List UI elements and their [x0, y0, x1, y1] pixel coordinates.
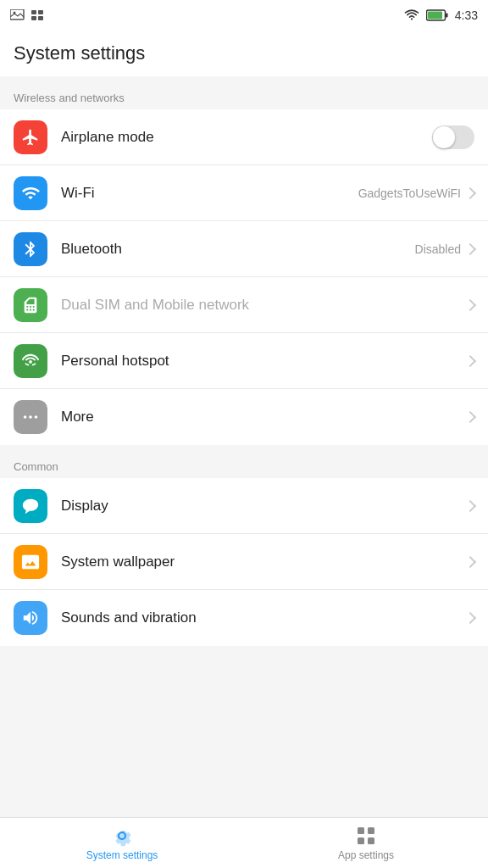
bluetooth-icon [14, 232, 47, 266]
svg-rect-2 [31, 10, 36, 14]
svg-rect-7 [428, 12, 442, 19]
settings-item-display[interactable]: Display [0, 478, 488, 534]
display-icon [14, 489, 47, 523]
svg-rect-15 [368, 837, 374, 844]
section-1: CommonDisplaySystem wallpaperSounds and … [0, 452, 488, 646]
svg-point-9 [24, 415, 27, 419]
section-0: Wireless and networksAirplane modeWi-FiG… [0, 83, 488, 445]
status-bar-left-icons [10, 9, 46, 21]
status-bar-right-icons: 4:33 [404, 8, 478, 22]
airplane-toggle[interactable] [432, 125, 474, 149]
app-settings-nav-icon [355, 825, 377, 847]
svg-rect-3 [38, 10, 43, 14]
settings-item-wallpaper[interactable]: System wallpaper [0, 534, 488, 590]
sounds-chevron [464, 612, 476, 624]
settings-group-0: Airplane modeWi-FiGadgetsToUseWiFIBlueto… [0, 109, 488, 445]
settings-group-1: DisplaySystem wallpaperSounds and vibrat… [0, 478, 488, 646]
nav-label-app: App settings [338, 849, 394, 861]
svg-point-11 [35, 415, 38, 419]
bottom-nav: System settings App settings [0, 817, 488, 868]
hotspot-chevron [464, 354, 476, 366]
page-title-bar: System settings [0, 31, 488, 76]
airplane-icon [14, 120, 47, 154]
dual-sim-icon [14, 288, 47, 322]
wifi-label: Wi-Fi [61, 185, 358, 202]
dual-sim-label: Dual SIM and Mobile network [61, 297, 466, 314]
display-chevron [464, 499, 476, 511]
settings-item-hotspot[interactable]: Personal hotspot [0, 333, 488, 389]
wallpaper-icon [14, 545, 47, 579]
svg-rect-12 [358, 827, 364, 834]
bluetooth-label: Bluetooth [61, 241, 415, 258]
settings-item-sounds[interactable]: Sounds and vibration [0, 590, 488, 646]
svg-rect-5 [38, 16, 43, 20]
more-label: More [61, 409, 466, 426]
dual-sim-chevron [464, 298, 476, 310]
airplane-label: Airplane mode [61, 129, 432, 146]
section-header-1: Common [0, 452, 488, 478]
status-bar: 4:33 [0, 0, 488, 31]
svg-rect-8 [446, 14, 448, 18]
wifi-icon [14, 176, 47, 210]
wifi-value: GadgetsToUseWiFI [358, 186, 461, 200]
svg-rect-14 [358, 837, 364, 844]
system-settings-nav-icon [111, 825, 133, 847]
wallpaper-chevron [464, 555, 476, 567]
status-time: 4:33 [455, 8, 478, 22]
airplane-toggle-knob [433, 126, 455, 148]
svg-rect-4 [31, 16, 36, 20]
battery-status-icon [426, 9, 448, 21]
settings-content: Wireless and networksAirplane modeWi-FiG… [0, 83, 488, 646]
svg-point-10 [29, 415, 32, 419]
nav-item-system-settings[interactable]: System settings [0, 818, 244, 868]
settings-item-bluetooth[interactable]: BluetoothDisabled [0, 221, 488, 277]
nav-item-app-settings[interactable]: App settings [244, 818, 488, 868]
wallpaper-label: System wallpaper [61, 554, 466, 570]
settings-item-more[interactable]: More [0, 389, 488, 445]
hotspot-label: Personal hotspot [61, 353, 466, 370]
settings-item-dual-sim[interactable]: Dual SIM and Mobile network [0, 277, 488, 333]
hotspot-icon [14, 344, 47, 378]
wifi-chevron [464, 186, 476, 198]
sounds-label: Sounds and vibration [61, 609, 466, 626]
grid-icon [30, 9, 46, 21]
settings-item-wifi[interactable]: Wi-FiGadgetsToUseWiFI [0, 165, 488, 221]
media-icon [10, 9, 25, 21]
more-icon [14, 400, 47, 434]
bluetooth-chevron [464, 242, 476, 254]
more-chevron [464, 411, 476, 423]
nav-label-system: System settings [86, 849, 158, 861]
page-title: System settings [14, 42, 474, 64]
wifi-status-icon [404, 9, 419, 21]
bluetooth-value: Disabled [415, 242, 461, 256]
display-label: Display [61, 498, 466, 515]
svg-rect-13 [368, 827, 374, 834]
section-header-0: Wireless and networks [0, 83, 488, 109]
settings-item-airplane[interactable]: Airplane mode [0, 109, 488, 165]
sounds-icon [14, 601, 47, 635]
